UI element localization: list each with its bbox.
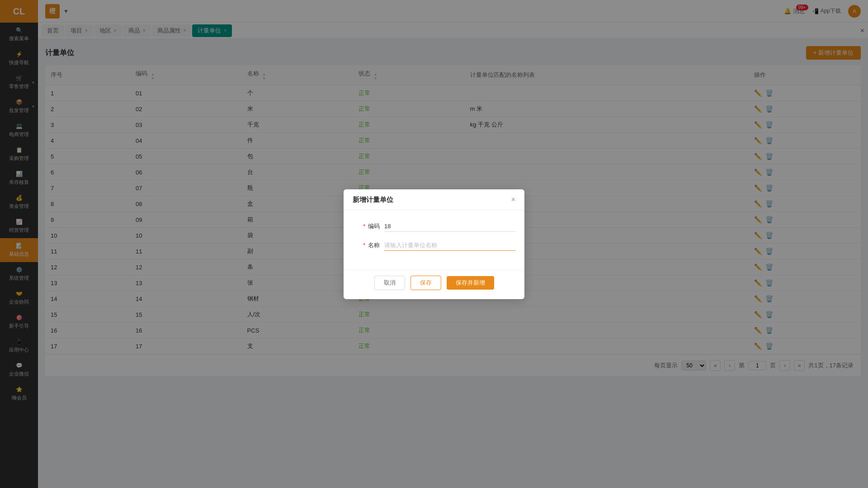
name-label: * 名称 — [353, 241, 380, 249]
name-input[interactable] — [384, 240, 515, 251]
modal-footer: 取消 保存 保存并新增 — [344, 270, 524, 299]
modal-header: 新增计量单位 × — [344, 189, 524, 210]
add-unit-modal: 新增计量单位 × * 编码 * 名称 取消 保存 保存并新增 — [344, 189, 524, 299]
code-form-row: * 编码 — [353, 221, 515, 232]
modal-body: * 编码 * 名称 — [344, 210, 524, 266]
save-and-new-button[interactable]: 保存并新增 — [447, 276, 494, 290]
name-form-row: * 名称 — [353, 240, 515, 251]
modal-overlay[interactable]: 新增计量单位 × * 编码 * 名称 取消 保存 保存并新增 — [0, 0, 868, 488]
code-label: * 编码 — [353, 222, 380, 230]
modal-close-button[interactable]: × — [511, 196, 515, 204]
required-marker: * — [363, 242, 365, 249]
save-button[interactable]: 保存 — [410, 276, 441, 290]
cancel-button[interactable]: 取消 — [374, 276, 405, 290]
required-marker: * — [363, 223, 365, 230]
modal-title: 新增计量单位 — [353, 196, 393, 204]
code-input[interactable] — [384, 221, 515, 232]
